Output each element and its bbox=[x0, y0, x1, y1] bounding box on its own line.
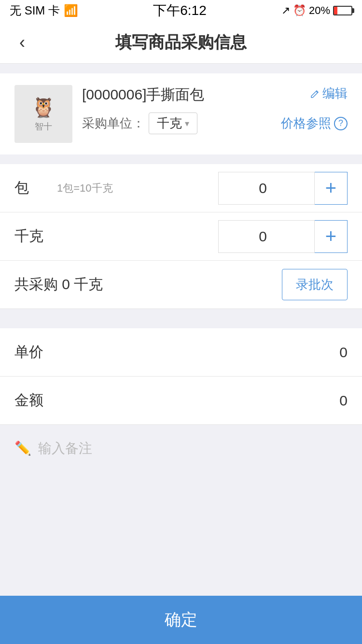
bao-input-controls: + bbox=[218, 172, 348, 205]
back-button[interactable]: ‹ bbox=[14, 28, 30, 57]
unit-price-value: 0 bbox=[339, 344, 348, 361]
kg-plus-button[interactable]: + bbox=[315, 220, 348, 253]
page-title: 填写商品采购信息 bbox=[115, 31, 247, 54]
help-icon: ? bbox=[334, 117, 348, 130]
battery-percent: 20% bbox=[309, 4, 330, 17]
unit-select[interactable]: 千克 ▾ bbox=[149, 112, 197, 134]
product-image-label: 智十 bbox=[35, 121, 52, 132]
amount-row: 金额 0 bbox=[0, 377, 362, 425]
kg-input[interactable] bbox=[218, 220, 315, 253]
bao-sublabel: 1包=10千克 bbox=[57, 181, 113, 196]
amount-label: 金额 bbox=[14, 391, 43, 410]
price-ref-button[interactable]: 价格参照 ? bbox=[281, 115, 348, 132]
location-icon: ↗ bbox=[281, 4, 290, 17]
product-unit-row: 采购单位： 千克 ▾ 价格参照 ? bbox=[82, 112, 348, 134]
divider-1 bbox=[0, 154, 362, 164]
divider-2 bbox=[0, 309, 362, 319]
total-label: 共采购 0 千克 bbox=[14, 275, 103, 294]
remark-placeholder: 输入备注 bbox=[38, 439, 92, 458]
chevron-down-icon: ▾ bbox=[185, 118, 189, 129]
edit-label: 编辑 bbox=[322, 85, 348, 102]
product-header: [0000006]手撕面包 编辑 bbox=[82, 85, 348, 105]
alarm-icon: ⏰ bbox=[293, 4, 306, 17]
bao-input[interactable] bbox=[218, 172, 315, 205]
no-sim-label: 无 SIM 卡 bbox=[10, 3, 60, 18]
bao-input-row: 包 1包=10千克 + bbox=[0, 164, 362, 212]
pencil-icon: ✏️ bbox=[14, 440, 31, 456]
status-right: ↗ ⏰ 20% bbox=[281, 4, 352, 17]
nav-bar: ‹ 填写商品采购信息 bbox=[0, 21, 362, 64]
bao-plus-button[interactable]: + bbox=[315, 172, 348, 205]
bao-label: 包 bbox=[14, 178, 53, 198]
unit-price-row: 单价 0 bbox=[0, 328, 362, 377]
unit-price-label: 单价 bbox=[14, 342, 43, 362]
edit-button[interactable]: 编辑 bbox=[310, 85, 348, 102]
price-section: 单价 0 金额 0 bbox=[0, 328, 362, 425]
product-image: 🦉 智十 bbox=[14, 85, 72, 143]
kg-input-row: 千克 + bbox=[0, 212, 362, 261]
product-info: [0000006]手撕面包 编辑 采购单位： 千克 ▾ 价格参照 ? bbox=[82, 85, 348, 134]
product-name: [0000006]手撕面包 bbox=[82, 85, 204, 105]
kg-input-controls: + bbox=[218, 220, 348, 253]
status-time: 下午6:12 bbox=[153, 1, 207, 20]
wifi-icon: 📶 bbox=[64, 4, 78, 17]
total-row: 共采购 0 千克 录批次 bbox=[0, 261, 362, 309]
unit-label: 采购单位： bbox=[82, 115, 145, 132]
input-section: 包 1包=10千克 + 千克 + bbox=[0, 164, 362, 261]
remark-section[interactable]: ✏️ 输入备注 bbox=[0, 425, 362, 570]
price-ref-label: 价格参照 bbox=[281, 115, 331, 132]
record-batch-button[interactable]: 录批次 bbox=[282, 269, 348, 300]
status-left: 无 SIM 卡 📶 bbox=[10, 3, 78, 18]
product-owl-icon: 🦉 bbox=[31, 96, 56, 119]
unit-value: 千克 bbox=[157, 115, 182, 132]
edit-icon bbox=[310, 88, 320, 99]
confirm-button[interactable]: 确定 bbox=[0, 596, 362, 644]
amount-value: 0 bbox=[339, 392, 348, 409]
status-bar: 无 SIM 卡 📶 下午6:12 ↗ ⏰ 20% bbox=[0, 0, 362, 21]
battery-icon bbox=[333, 6, 352, 15]
product-card: 🦉 智十 [0000006]手撕面包 编辑 采购单位： 千克 ▾ bbox=[0, 73, 362, 154]
kg-label: 千克 bbox=[14, 226, 53, 246]
